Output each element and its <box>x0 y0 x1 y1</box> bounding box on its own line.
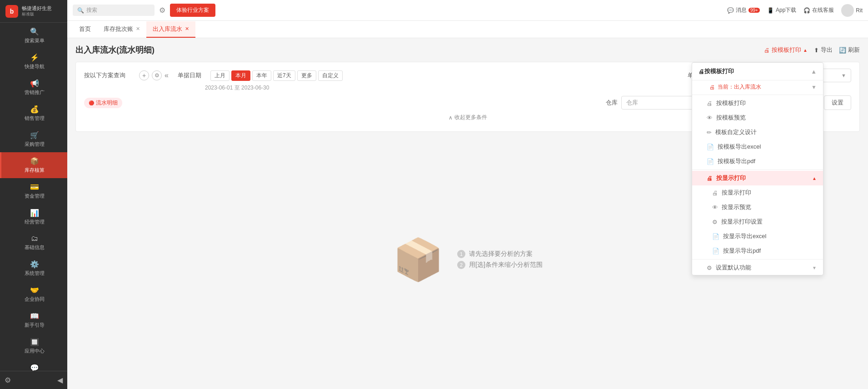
pdf-icon: 📄 <box>707 158 714 165</box>
finance-icon: 💳 <box>30 183 39 191</box>
item-label: 模板自定义设计 <box>715 128 757 136</box>
sidebar-item-label: 搜索菜单 <box>25 37 45 44</box>
sidebar-item-search[interactable]: 🔍 搜索菜单 <box>0 23 67 49</box>
tab-batch-close[interactable]: ✕ <box>136 26 140 32</box>
filter-collapse-button[interactable]: « <box>165 71 169 80</box>
panel-current: 🖨 当前：出入库流水 ▼ <box>692 80 823 94</box>
panel-header: 🖨 按模板打印 ▲ <box>692 63 823 80</box>
refresh-btn[interactable]: 🔄 刷新 <box>839 46 860 54</box>
panel-item-display-excel[interactable]: 📄 按显示导出excel <box>692 229 823 244</box>
panel-item-display-print[interactable]: 🖨 按显示打印 <box>692 185 823 200</box>
tab-batch-accounts[interactable]: 库存批次账 ✕ <box>97 21 146 38</box>
filter-actions: + ⚙ « <box>139 70 169 80</box>
settings-gear-icon[interactable]: ⚙ <box>159 6 165 15</box>
tab-inout-flow[interactable]: 出入库流水 ✕ <box>146 21 195 38</box>
sidebar-item-label: 经营管理 <box>25 219 45 225</box>
message-badge: 99+ <box>748 8 760 13</box>
industry-solution-button[interactable]: 体验行业方案 <box>170 4 215 17</box>
app-download-btn[interactable]: 📱 App下载 <box>767 6 796 14</box>
chip-icon: 🔴 <box>89 100 94 105</box>
app-logo: b 畅捷通好生意 标准版 <box>0 0 67 23</box>
current-label: 当前：出入库流水 <box>718 83 811 91</box>
preview-icon: 👁 <box>707 115 713 121</box>
sidebar-item-system[interactable]: ⚙️ 系统管理 <box>0 255 67 281</box>
customer-service-icon: 🎧 <box>803 7 810 14</box>
user-avatar[interactable]: Rit <box>841 4 863 17</box>
sidebar-item-finance[interactable]: 💳 资金管理 <box>0 178 67 204</box>
sidebar-item-sales[interactable]: 💰 销售管理 <box>0 100 67 126</box>
printer-icon: 🖨 <box>707 175 713 182</box>
date-last-month-btn[interactable]: 上月 <box>210 70 229 81</box>
tab-home[interactable]: 首页 <box>73 21 97 38</box>
export-label: 导出 <box>821 46 833 54</box>
chevron-down-icon[interactable]: ▼ <box>811 84 817 90</box>
filter-add-button[interactable]: + <box>139 70 149 80</box>
panel-item-template-preview[interactable]: 👁 按模板预览 <box>692 110 823 125</box>
fold-icon[interactable]: ◀ <box>57 376 63 384</box>
topbar-search[interactable]: 🔍 搜索 <box>73 5 155 16</box>
date-more-btn[interactable]: 更多 <box>297 70 316 81</box>
sidebar-item-inventory[interactable]: 📦 库存核算 <box>0 152 67 178</box>
sidebar-item-app-center[interactable]: 🔲 应用中心 <box>0 333 67 359</box>
chevron-up-icon: ▲ <box>812 176 817 181</box>
marketing-icon: 📢 <box>30 79 39 88</box>
sidebar-item-purchase[interactable]: 🛒 采购管理 <box>0 126 67 152</box>
tab-bar: 首页 库存批次账 ✕ 出入库流水 ✕ <box>67 21 868 38</box>
export-btn[interactable]: ⬆ 导出 <box>814 46 833 54</box>
empty-step-2: 2 用[选]条件来缩小分析范围 <box>457 261 543 269</box>
panel-item-set-default[interactable]: ⚙ 设置默认功能 ▼ <box>692 260 823 275</box>
chevron-up-icon[interactable]: ▲ <box>811 68 817 75</box>
sidebar-item-quick-nav[interactable]: ⚡ 快捷导航 <box>0 49 67 75</box>
search-text: 搜索 <box>86 6 97 14</box>
settings-button[interactable]: 设置 <box>824 95 851 110</box>
date-last-7-days-btn[interactable]: 近7天 <box>273 70 295 81</box>
pdf-icon: 📄 <box>712 248 719 254</box>
panel-item-display-pdf[interactable]: 📄 按显示导出pdf <box>692 244 823 258</box>
date-this-year-btn[interactable]: 本年 <box>252 70 271 81</box>
sidebar-item-cooperation[interactable]: 🤝 企业协同 <box>0 281 67 307</box>
panel-item-template-pdf[interactable]: 📄 按模板导出pdf <box>692 154 823 169</box>
step-number-1: 1 <box>457 250 465 258</box>
page-content: 出入库流水(流水明细) 🖨 按模板打印 ▲ ⬆ 导出 🔄 刷新 <box>67 38 868 389</box>
print-template-btn[interactable]: 🖨 按模板打印 ▲ <box>764 46 808 54</box>
basic-icon: 🗂 <box>31 234 38 243</box>
date-custom-btn[interactable]: 自定义 <box>318 70 343 81</box>
print-template-label: 按模板打印 <box>772 46 801 54</box>
sidebar-item-guide[interactable]: 📖 新手引导 <box>0 307 67 333</box>
settings-icon: ⚙ <box>707 264 712 271</box>
tab-home-label: 首页 <box>79 25 91 33</box>
message-btn[interactable]: 💬 消息 99+ <box>727 6 760 14</box>
item-label: 按模板打印 <box>716 99 746 107</box>
panel-item-display-print-settings[interactable]: ⚙ 按显示打印设置 <box>692 214 823 229</box>
date-this-month-btn[interactable]: 本月 <box>231 70 250 81</box>
filter-settings-button[interactable]: ⚙ <box>152 70 162 80</box>
current-icon: 🖨 <box>709 84 715 90</box>
panel-item-template-excel[interactable]: 📄 按模板导出excel <box>692 140 823 154</box>
panel-item-display-print-section[interactable]: 🖨 按显示打印 ▲ <box>692 171 823 185</box>
sidebar-item-basic[interactable]: 🗂 基础信息 <box>0 230 67 255</box>
chevron-down-icon: ▼ <box>812 265 817 270</box>
separator <box>692 170 823 170</box>
settings-icon[interactable]: ⚙ <box>5 376 11 384</box>
topbar: 🔍 搜索 ⚙ 体验行业方案 💬 消息 99+ 📱 App下载 🎧 在线客服 Ri… <box>67 0 868 21</box>
tab-inout-close[interactable]: ✕ <box>185 26 189 32</box>
wechat-icon: 💬 <box>30 364 39 371</box>
page-title: 出入库流水(流水明细) <box>75 45 155 55</box>
excel-icon: 📄 <box>707 144 714 150</box>
item-label: 按模板预览 <box>716 114 746 122</box>
sidebar-item-operations[interactable]: 📊 经营管理 <box>0 204 67 230</box>
panel-item-template-print[interactable]: 🖨 按模板打印 <box>692 96 823 110</box>
sidebar-item-marketing[interactable]: 📢 营销推广 <box>0 75 67 100</box>
date-range-text: 2023-06-01 至 2023-06-30 <box>205 85 269 91</box>
sidebar-item-wechat[interactable]: 💬 企业微信 <box>0 359 67 371</box>
print-panel: 🖨 按模板打印 ▲ 🖨 当前：出入库流水 ▼ 🖨 按模板打印 <box>692 62 823 275</box>
filter-chip[interactable]: 🔴 流水明细 <box>84 98 122 108</box>
printer-icon: 🖨 <box>712 190 718 196</box>
app-download-icon: 📱 <box>767 7 774 14</box>
customer-service-btn[interactable]: 🎧 在线客服 <box>803 6 834 14</box>
panel-item-template-custom[interactable]: ✏ 模板自定义设计 <box>692 125 823 140</box>
sidebar-item-label: 库存核算 <box>25 167 45 174</box>
panel-item-display-preview[interactable]: 👁 按显示预览 <box>692 200 823 214</box>
item-label: 按显示导出excel <box>723 232 766 240</box>
operations-icon: 📊 <box>30 209 39 217</box>
